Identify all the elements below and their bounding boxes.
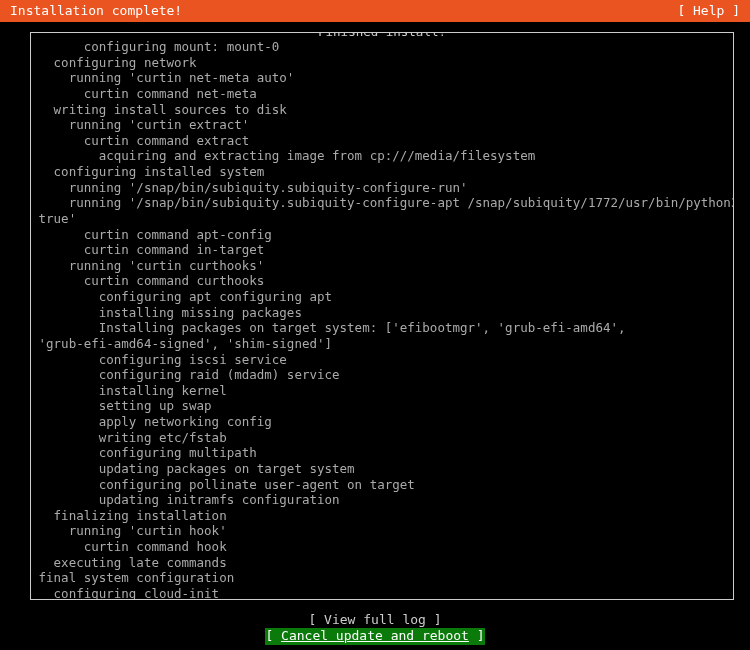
install-log: configuring mount: mount-0 configuring n… — [31, 39, 733, 600]
footer: [ View full log ] [ Cancel update and re… — [0, 612, 750, 645]
cancel-update-reboot-label: Cancel update and reboot — [281, 628, 469, 643]
cancel-update-reboot-button[interactable]: [ Cancel update and reboot ] — [265, 628, 484, 644]
frame-wrapper: Finished install! configuring mount: mou… — [0, 22, 750, 600]
header-title: Installation complete! — [10, 3, 182, 19]
help-button[interactable]: [ Help ] — [677, 3, 740, 19]
view-full-log-button[interactable]: [ View full log ] — [308, 612, 441, 628]
log-frame: Finished install! configuring mount: mou… — [30, 32, 734, 600]
frame-title: Finished install! — [312, 32, 452, 40]
header-bar: Installation complete! [ Help ] — [0, 0, 750, 22]
